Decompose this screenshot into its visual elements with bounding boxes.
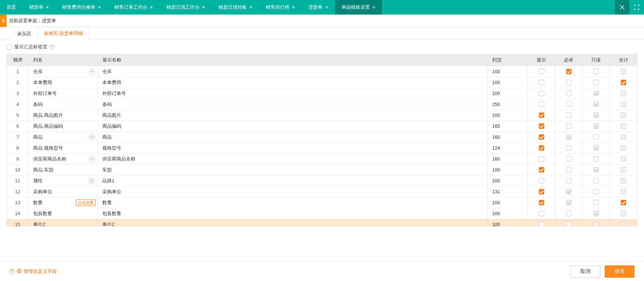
readonly-checkbox[interactable]: [593, 156, 599, 162]
cell-display-name[interactable]: 品牌1: [98, 175, 488, 186]
table-row[interactable]: 2本单费用本单费用100: [7, 77, 637, 88]
show-checkbox[interactable]: [539, 91, 544, 96]
table-row[interactable]: 4条码条码250: [7, 99, 637, 110]
show-checkbox[interactable]: [539, 189, 544, 194]
cell-width[interactable]: 100: [488, 175, 528, 186]
cell-width[interactable]: 100: [488, 219, 528, 226]
sum-checkbox[interactable]: [621, 200, 626, 205]
subtab[interactable]: 表体区-进货单明细: [37, 27, 89, 40]
cell-display-name[interactable]: 采购单位: [98, 186, 488, 197]
cell-display-name[interactable]: 供应商商品名称: [98, 154, 488, 164]
show-checkbox[interactable]: [539, 80, 544, 85]
close-tab-icon[interactable]: ✕: [292, 5, 295, 10]
required-checkbox[interactable]: [566, 178, 572, 183]
show-summary-tab-checkbox[interactable]: [7, 44, 12, 50]
required-checkbox[interactable]: [566, 167, 572, 173]
cell-display-name[interactable]: 仓库: [98, 66, 488, 77]
show-checkbox[interactable]: [539, 222, 544, 226]
readonly-checkbox[interactable]: [593, 178, 599, 183]
cell-width[interactable]: 100: [488, 77, 528, 88]
table-row[interactable]: 12采购单位采购单位131: [7, 186, 637, 197]
table-row[interactable]: 9供应商商品名称+供应商商品名称160: [7, 153, 637, 164]
top-tab[interactable]: 进货单✕: [302, 0, 335, 15]
add-child-icon[interactable]: +: [89, 69, 95, 75]
table-row[interactable]: 8商品.规格型号规格型号124: [7, 142, 637, 153]
subtab[interactable]: 表头区: [11, 27, 37, 40]
top-tab[interactable]: 销售订单工作台✕: [108, 0, 160, 15]
readonly-checkbox[interactable]: [593, 189, 599, 194]
required-checkbox[interactable]: [566, 211, 572, 216]
cancel-button[interactable]: 取消: [570, 265, 600, 278]
readonly-checkbox[interactable]: [593, 200, 599, 205]
table-row[interactable]: 6商品.商品编码商品编码165: [7, 120, 637, 131]
cell-display-name[interactable]: 商品编码: [98, 121, 488, 131]
table-row[interactable]: 15单位2单位2100: [7, 219, 637, 226]
cell-width[interactable]: 131: [488, 186, 528, 197]
add-child-icon[interactable]: +: [89, 156, 95, 162]
cell-width[interactable]: 100: [488, 110, 528, 120]
show-checkbox[interactable]: [539, 123, 544, 129]
save-button[interactable]: 保存: [605, 265, 635, 278]
required-checkbox[interactable]: [566, 112, 572, 118]
show-checkbox[interactable]: [539, 134, 544, 140]
top-tab[interactable]: 首页: [0, 0, 23, 15]
top-tab[interactable]: 钱货日清工作台✕: [160, 0, 212, 15]
show-checkbox[interactable]: [539, 156, 544, 162]
required-checkbox[interactable]: [566, 69, 572, 74]
cell-display-name[interactable]: 外部订单号: [98, 88, 488, 99]
cell-width[interactable]: 100: [488, 88, 528, 99]
show-checkbox[interactable]: [539, 145, 544, 151]
required-checkbox[interactable]: [566, 222, 572, 226]
close-tab-icon[interactable]: ✕: [249, 5, 253, 10]
table-row[interactable]: 10商品.车型车型100: [7, 164, 637, 175]
show-checkbox[interactable]: [539, 200, 544, 205]
table-row[interactable]: 5商品.商品图片商品图片100: [7, 110, 637, 120]
show-checkbox[interactable]: [539, 178, 544, 183]
top-tab[interactable]: 单据模板设置✕: [335, 0, 382, 15]
close-tab-icon[interactable]: ✕: [325, 5, 328, 10]
cell-width[interactable]: 160: [488, 132, 528, 142]
required-checkbox[interactable]: [566, 145, 572, 151]
required-checkbox[interactable]: [566, 102, 572, 107]
help-icon[interactable]: ?: [9, 269, 15, 274]
cell-display-name[interactable]: 数量: [98, 197, 488, 208]
cell-display-name[interactable]: 单位2: [98, 219, 488, 226]
add-child-icon[interactable]: +: [89, 178, 95, 184]
cell-width[interactable]: 250: [488, 99, 528, 110]
cell-display-name[interactable]: 条码: [98, 99, 488, 110]
required-checkbox[interactable]: [566, 80, 572, 85]
cell-width[interactable]: 165: [488, 121, 528, 131]
fullscreen-button[interactable]: [629, 0, 644, 15]
readonly-checkbox[interactable]: [593, 69, 599, 74]
cell-width[interactable]: 100: [488, 66, 528, 77]
top-tab[interactable]: 钱货日清对账✕: [212, 0, 259, 15]
cell-display-name[interactable]: 车型: [98, 165, 488, 175]
formula-settings-button[interactable]: 公式设置: [76, 199, 95, 206]
table-row[interactable]: 11属性+品牌1100: [7, 175, 637, 186]
close-tab-icon[interactable]: ✕: [202, 5, 205, 10]
table-row[interactable]: 3外部订单号外部订单号100: [7, 88, 637, 99]
top-tab[interactable]: 销售费用分摊单✕: [56, 0, 108, 15]
expand-sidebar-chevron[interactable]: [0, 15, 7, 27]
required-checkbox[interactable]: [566, 156, 572, 162]
table-row[interactable]: 1仓库+仓库100: [7, 66, 637, 77]
close-tab-icon[interactable]: ✕: [46, 5, 49, 10]
cell-display-name[interactable]: 商品图片: [98, 110, 488, 120]
top-tab[interactable]: 销售排行榜✕: [259, 0, 302, 15]
readonly-checkbox[interactable]: [593, 80, 599, 85]
close-tab-icon[interactable]: ✕: [150, 5, 153, 10]
close-tab-icon[interactable]: ✕: [372, 5, 376, 10]
top-tab[interactable]: 销货单✕: [23, 0, 56, 15]
close-tab-icon[interactable]: ✕: [98, 5, 101, 10]
show-checkbox[interactable]: [539, 211, 544, 216]
cell-width[interactable]: 160: [488, 154, 528, 164]
readonly-checkbox[interactable]: [593, 134, 599, 140]
show-checkbox[interactable]: [539, 167, 544, 173]
help-icon[interactable]: ?: [50, 44, 55, 50]
close-all-tabs-button[interactable]: [615, 0, 629, 15]
required-checkbox[interactable]: [566, 91, 572, 96]
cell-display-name[interactable]: 商品: [98, 132, 488, 142]
manage-custom-fields-link[interactable]: ? 管理自定义字段: [9, 268, 57, 275]
add-child-icon[interactable]: +: [89, 134, 95, 140]
cell-width[interactable]: 124: [488, 143, 528, 153]
